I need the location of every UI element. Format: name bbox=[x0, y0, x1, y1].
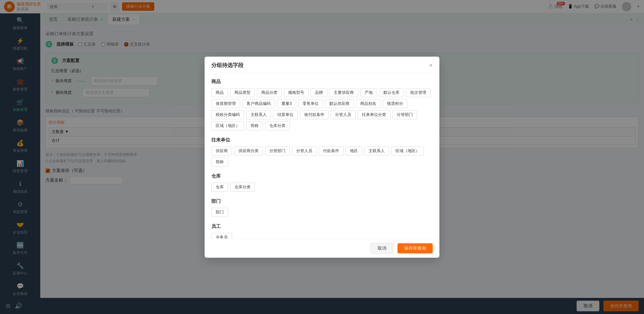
field-tag-2-0[interactable]: 仓库 bbox=[211, 183, 228, 190]
field-tag-0-3[interactable]: 规格型号 bbox=[284, 88, 309, 97]
field-tag-0-11[interactable]: 重量3 bbox=[277, 99, 296, 108]
field-tag-0-1[interactable]: 商品类型 bbox=[230, 88, 255, 97]
modal-header: 分组待选字段 × bbox=[205, 57, 439, 73]
modal-overlay: 分组待选字段 × 商品商品商品类型商品分类规格型号品牌主要供应商产地默认仓库批次… bbox=[0, 0, 644, 190]
field-tag-0-16[interactable]: 税收分类编码 bbox=[211, 110, 244, 119]
field-tag-0-9[interactable]: 保质期管理 bbox=[211, 99, 240, 108]
field-tag-0-22[interactable]: 分管部门 bbox=[392, 110, 417, 119]
field-tag-1-4[interactable]: 付款条件 bbox=[319, 146, 343, 155]
modal-section-tags-2: 仓库仓库分类 bbox=[211, 183, 433, 190]
field-tag-0-5[interactable]: 主要供应商 bbox=[329, 88, 358, 97]
field-tag-1-1[interactable]: 供应商分类 bbox=[234, 146, 263, 155]
modal-title: 分组待选字段 bbox=[211, 62, 244, 69]
field-tag-0-2[interactable]: 商品分类 bbox=[257, 88, 282, 97]
field-tag-0-13[interactable]: 默认供应商 bbox=[325, 99, 354, 108]
field-tag-0-17[interactable]: 主联系人 bbox=[246, 110, 271, 119]
field-tag-0-20[interactable]: 分管人员 bbox=[331, 110, 356, 119]
field-tag-1-0[interactable]: 供应商 bbox=[211, 146, 232, 155]
field-tag-0-6[interactable]: 产地 bbox=[360, 88, 377, 97]
modal-section-title-0: 商品 bbox=[211, 79, 433, 85]
modal-section-tags-0: 商品商品类型商品分类规格型号品牌主要供应商产地默认仓库批次管理保质期管理客户商品… bbox=[211, 88, 433, 130]
field-tag-0-18[interactable]: 结算单位 bbox=[273, 110, 298, 119]
field-tag-0-0[interactable]: 商品 bbox=[211, 88, 228, 97]
field-tag-0-12[interactable]: 零售单位 bbox=[298, 99, 323, 108]
field-tag-0-24[interactable]: 简称 bbox=[246, 121, 263, 130]
field-tag-0-15[interactable]: 拣货积分 bbox=[383, 99, 408, 108]
field-tag-0-4[interactable]: 品牌 bbox=[311, 88, 327, 97]
modal-close-button[interactable]: × bbox=[429, 62, 433, 69]
field-tag-0-7[interactable]: 默认仓库 bbox=[379, 88, 404, 97]
field-tag-0-25[interactable]: 仓库分类 bbox=[265, 121, 290, 130]
field-tag-0-14[interactable]: 商品别名 bbox=[356, 99, 381, 108]
field-tag-0-10[interactable]: 客户商品编码 bbox=[242, 99, 275, 108]
modal-body: 商品商品商品类型商品分类规格型号品牌主要供应商产地默认仓库批次管理保质期管理客户… bbox=[205, 73, 439, 190]
modal-section-title-1: 往来单位 bbox=[211, 137, 433, 143]
field-tag-0-8[interactable]: 批次管理 bbox=[406, 88, 431, 97]
field-tag-1-8[interactable]: 简称 bbox=[211, 158, 228, 167]
field-tag-1-6[interactable]: 主联系人 bbox=[364, 146, 389, 155]
field-tag-1-2[interactable]: 分管部门 bbox=[265, 146, 290, 155]
modal-dialog: 分组待选字段 × 商品商品商品类型商品分类规格型号品牌主要供应商产地默认仓库批次… bbox=[205, 57, 439, 190]
modal-section-1: 往来单位供应商供应商分类分管部门分管人员付款条件地区主联系人区域（地区）简称 bbox=[211, 137, 433, 167]
modal-section-2: 仓库仓库仓库分类 bbox=[211, 173, 433, 190]
modal-section-title-2: 仓库 bbox=[211, 173, 433, 179]
field-tag-0-21[interactable]: 往来单位分类 bbox=[358, 110, 390, 119]
modal-section-tags-1: 供应商供应商分类分管部门分管人员付款条件地区主联系人区域（地区）简称 bbox=[211, 146, 433, 167]
modal-section-0: 商品商品商品类型商品分类规格型号品牌主要供应商产地默认仓库批次管理保质期管理客户… bbox=[211, 79, 433, 130]
field-tag-0-23[interactable]: 区域（地区） bbox=[211, 121, 244, 130]
field-tag-1-3[interactable]: 分管人员 bbox=[292, 146, 317, 155]
field-tag-1-5[interactable]: 地区 bbox=[345, 146, 362, 155]
field-tag-1-7[interactable]: 区域（地区） bbox=[391, 146, 424, 155]
field-tag-0-19[interactable]: 收付款条件 bbox=[300, 110, 329, 119]
field-tag-2-1[interactable]: 仓库分类 bbox=[230, 183, 255, 190]
